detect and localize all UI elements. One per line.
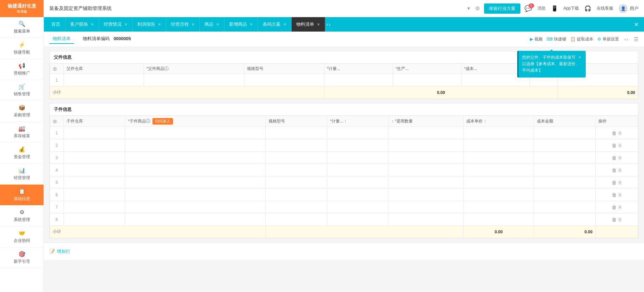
child-delete-3[interactable]: 🗑 — [612, 155, 617, 161]
child-cell-product-8[interactable] — [125, 213, 265, 226]
parent-cell-spec-1[interactable] — [244, 74, 324, 86]
video-action[interactable]: ▶ 视频 — [530, 36, 543, 42]
nav-tab-2[interactable]: 经营情况✕ — [99, 17, 133, 32]
sidebar-item-10[interactable]: 🤝企业协同 — [0, 226, 44, 247]
sidebar-item-1[interactable]: ⚡快捷导航 — [0, 38, 44, 59]
nav-tab-close-2[interactable]: ✕ — [124, 22, 127, 27]
sidebar-item-5[interactable]: 🏭库存核算 — [0, 122, 44, 143]
child-cell-unit-6[interactable] — [327, 189, 389, 201]
dropdown-arrow[interactable]: ▼ — [467, 6, 471, 11]
online-service-label[interactable]: 在线客服 — [597, 5, 613, 11]
scan-input-btn[interactable]: 扫码录入 — [152, 118, 173, 125]
tooltip-close[interactable]: × — [579, 54, 581, 61]
sidebar-item-7[interactable]: 📊经营管理 — [0, 164, 44, 185]
child-copy-1[interactable]: ⎘ — [619, 130, 621, 136]
child-delete-4[interactable]: 🗑 — [612, 167, 617, 173]
trial-btn[interactable]: 体验行业方案 — [484, 3, 520, 14]
nav-tab-close-6[interactable]: ✕ — [250, 22, 253, 27]
nav-tab-7[interactable]: 条码方案✕ — [258, 17, 292, 32]
child-cell-spec-1[interactable] — [265, 127, 327, 139]
child-cell-warehouse-5[interactable] — [64, 176, 125, 189]
child-cell-unit-price-5[interactable] — [463, 176, 534, 189]
child-delete-1[interactable]: 🗑 — [612, 130, 617, 136]
nav-tab-close-8[interactable]: ✕ — [317, 22, 320, 27]
nav-tab-4[interactable]: 经营历程✕ — [166, 17, 200, 32]
child-cell-qty-3[interactable] — [389, 152, 463, 164]
child-cell-warehouse-4[interactable] — [64, 164, 125, 176]
sub-nav-next[interactable]: › — [627, 36, 628, 42]
child-cell-unit-price-8[interactable] — [463, 213, 534, 226]
child-cell-warehouse-2[interactable] — [64, 139, 125, 152]
child-cell-spec-8[interactable] — [265, 213, 327, 226]
sidebar-item-6[interactable]: 💰资金管理 — [0, 143, 44, 164]
child-cell-warehouse-1[interactable] — [64, 127, 125, 139]
child-cell-unit-1[interactable] — [327, 127, 389, 139]
child-cell-unit-price-1[interactable] — [463, 127, 534, 139]
user-area[interactable]: 👤 用户 — [619, 4, 639, 13]
child-copy-6[interactable]: ⎘ — [619, 192, 621, 198]
child-cell-warehouse-3[interactable] — [64, 152, 125, 164]
child-cell-qty-2[interactable] — [389, 139, 463, 152]
child-cell-qty-4[interactable] — [389, 164, 463, 176]
nav-next[interactable]: › — [329, 22, 331, 27]
child-col-settings[interactable]: ⚙ — [50, 116, 64, 127]
sidebar-item-0[interactable]: 🔍搜索菜单 — [0, 17, 44, 38]
nav-prev[interactable]: ‹ — [326, 22, 328, 27]
parent-cell-warehouse-1[interactable] — [64, 74, 144, 86]
nav-tab-close-4[interactable]: ✕ — [191, 22, 195, 27]
parent-cell-production-1[interactable] — [393, 74, 461, 86]
sidebar-item-3[interactable]: 🛒销售管理 — [0, 80, 44, 101]
child-cell-qty-5[interactable] — [389, 176, 463, 189]
nav-tab-close-3[interactable]: ✕ — [158, 22, 161, 27]
app-download-icon[interactable]: 📱 — [551, 5, 558, 12]
child-delete-5[interactable]: 🗑 — [612, 180, 617, 185]
sidebar-item-9[interactable]: ⚙系统管理 — [0, 206, 44, 226]
extract-cost-action[interactable]: 📋 提取成本 — [570, 36, 593, 42]
parent-cell-unit-1[interactable] — [324, 74, 393, 86]
child-cell-unit-7[interactable] — [327, 201, 389, 213]
child-cell-qty-8[interactable] — [389, 213, 463, 226]
child-cell-spec-7[interactable] — [265, 201, 327, 213]
message-icon[interactable]: 💬 6 — [524, 5, 532, 12]
child-cell-spec-4[interactable] — [265, 164, 327, 176]
add-row-btn[interactable]: 📝 增加行 — [49, 248, 70, 255]
sidebar-item-8[interactable]: 📋基础信息 — [0, 185, 44, 206]
child-delete-7[interactable]: 🗑 — [612, 205, 617, 210]
sub-nav-prev[interactable]: ‹ — [624, 36, 626, 42]
nav-close-all[interactable]: ✕ — [631, 21, 641, 28]
child-cell-product-6[interactable] — [125, 189, 265, 201]
child-copy-4[interactable]: ⎘ — [619, 167, 621, 173]
child-cell-product-1[interactable] — [125, 127, 265, 139]
child-delete-6[interactable]: 🗑 — [612, 192, 617, 198]
nav-tab-3[interactable]: 利润报告✕ — [133, 17, 166, 32]
child-cell-unit-price-6[interactable] — [463, 189, 534, 201]
child-cell-unit-price-2[interactable] — [463, 139, 534, 152]
child-delete-2[interactable]: 🗑 — [612, 143, 617, 148]
nav-tab-1[interactable]: 客户联络✕ — [65, 17, 99, 32]
child-cell-qty-6[interactable] — [389, 189, 463, 201]
child-cell-unit-price-4[interactable] — [463, 164, 534, 176]
child-copy-2[interactable]: ⎘ — [619, 143, 621, 148]
child-cell-spec-5[interactable] — [265, 176, 327, 189]
child-cell-product-3[interactable] — [125, 152, 265, 164]
doc-settings-action[interactable]: ⚙ 单据设置 — [597, 36, 619, 42]
child-cell-qty-1[interactable] — [389, 127, 463, 139]
child-cell-unit-price-7[interactable] — [463, 201, 534, 213]
child-cell-qty-7[interactable] — [389, 201, 463, 213]
sidebar-item-11[interactable]: 🎯新手引导 — [0, 247, 44, 268]
sidebar-item-2[interactable]: 📢营销推广 — [0, 59, 44, 80]
nav-tab-6[interactable]: 新增商品✕ — [224, 17, 258, 32]
child-cell-product-7[interactable] — [125, 201, 265, 213]
nav-tab-5[interactable]: 商品✕ — [200, 17, 224, 32]
child-cell-unit-8[interactable] — [327, 213, 389, 226]
child-cell-unit-5[interactable] — [327, 176, 389, 189]
nav-tab-close-7[interactable]: ✕ — [283, 22, 286, 27]
child-cell-spec-3[interactable] — [265, 152, 327, 164]
child-cell-product-5[interactable] — [125, 176, 265, 189]
child-copy-3[interactable]: ⎘ — [619, 155, 621, 161]
child-cell-warehouse-6[interactable] — [64, 189, 125, 201]
sidebar-item-4[interactable]: 📦采购管理 — [0, 101, 44, 122]
child-cell-warehouse-7[interactable] — [64, 201, 125, 213]
child-cell-product-2[interactable] — [125, 139, 265, 152]
child-cell-spec-2[interactable] — [265, 139, 327, 152]
